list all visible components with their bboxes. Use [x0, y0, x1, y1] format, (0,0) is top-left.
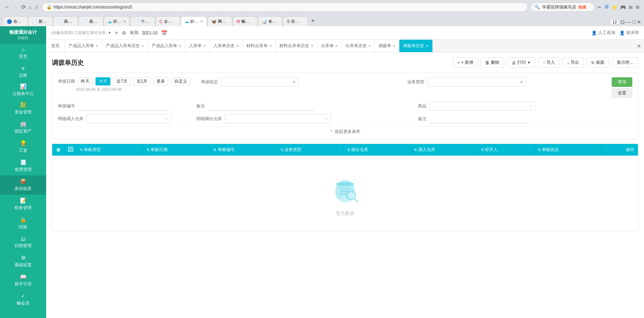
close-btn[interactable]: ✕ [637, 19, 641, 25]
maximize-btn[interactable]: □ [633, 19, 635, 25]
nav-favorite[interactable]: ☆ [34, 4, 39, 10]
nav-refresh[interactable]: ⟳ [21, 4, 26, 10]
page-tab-2[interactable]: 产成品入库单历史 ✕ [102, 40, 148, 52]
gear-header[interactable]: ⚙ [52, 144, 65, 156]
company-selector[interactable]: (勿删勿禁用) 江西服宝测试专用 ▼ [51, 30, 111, 35]
col-out-wh[interactable]: ⇅ 调出仓库 [343, 144, 410, 156]
close-tab-active[interactable]: ✕ [426, 44, 429, 48]
setting-btn[interactable]: 设置 [612, 88, 632, 98]
more-date-btn[interactable]: 更多 [153, 77, 168, 85]
sidebar-item-inventory[interactable]: 📦 库存核算 [0, 175, 46, 195]
goods-select[interactable]: ··· [429, 101, 536, 111]
browser-tab-1[interactable]: 🔵 在… [3, 16, 28, 26]
nav-back[interactable]: ← [4, 4, 10, 10]
close-tab-9[interactable]: ✕ [368, 44, 371, 48]
browser-tab-8[interactable]: 🦋 腾… [207, 16, 232, 26]
search-box[interactable]: 🔍 学霸应聘场驱鸟员 热搜 [531, 2, 595, 12]
status-select[interactable]: ▼ [221, 77, 299, 87]
remark-input[interactable] [208, 101, 314, 111]
page-tab-7[interactable]: 材料出库单历史 ✕ [276, 40, 317, 52]
calendar-icon[interactable]: 📅 [161, 30, 167, 36]
browser-tab-11[interactable]: S 目… [283, 16, 308, 26]
order-no-input[interactable] [78, 101, 170, 111]
browser-tab-2[interactable]: 📄 新… [28, 16, 53, 26]
browser-translate[interactable]: 译 [604, 4, 609, 10]
sidebar-logo[interactable]: 畅捷通好会计 旗舰版 [0, 26, 46, 44]
close-tab-8[interactable]: ✕ [335, 44, 338, 48]
add-company-btn[interactable]: + [115, 30, 118, 36]
close-tab-7[interactable]: ✕ [311, 44, 313, 48]
new-tab-button[interactable]: + [308, 17, 318, 25]
biz-type-select[interactable]: ▼ [427, 77, 526, 87]
close-tab-2[interactable]: ✕ [141, 44, 144, 48]
detail-out-select[interactable]: ··· [225, 114, 331, 123]
browser-grid[interactable]: ⊞ [629, 5, 633, 10]
browser-tab-5[interactable]: ☁ 好… ✕ [104, 16, 130, 26]
col-date[interactable]: ⇅ 单账日期 [143, 144, 209, 156]
7days-btn[interactable]: 近7天 [113, 77, 131, 85]
new-btn[interactable]: + + 新增 [453, 57, 478, 68]
browser-tab-9[interactable]: M 畅… [233, 16, 257, 26]
checkbox-header[interactable] [65, 144, 76, 156]
sidebar-item-assets[interactable]: 🏢 固定资产 [0, 118, 46, 137]
display-btn[interactable]: 显示明… [612, 57, 638, 68]
browser-tab-active[interactable]: ☁ 好… ✕ [181, 16, 207, 26]
tab-close-active[interactable]: ✕ [200, 19, 203, 23]
sidebar-item-ledger[interactable]: ≡ 总账 [0, 62, 46, 81]
import-btn[interactable]: ↑ 导入 [538, 57, 560, 68]
page-tab-1[interactable]: 产成品入库单 ✕ [65, 40, 102, 52]
page-tab-3[interactable]: 产成品入库单 ✕ [148, 40, 185, 52]
refresh-btn[interactable]: ↻ 刷新 [586, 57, 609, 68]
detail-in-select[interactable]: ··· [86, 114, 171, 123]
browser-settings[interactable]: ⚙ [635, 5, 640, 10]
col-in-wh[interactable]: ⇅ 调入仓库 [410, 144, 477, 156]
custom-date-btn[interactable]: 自定义 [171, 77, 190, 85]
page-tab-home[interactable]: 首页 [46, 40, 65, 52]
browser-scissors[interactable]: ✂ [597, 5, 601, 10]
col-handler[interactable]: ⇅ 经手人 [477, 144, 534, 156]
page-tab-6[interactable]: 材料出库单 ✕ [243, 40, 276, 52]
1month-btn[interactable]: 近1月 [133, 77, 151, 85]
sidebar-item-close[interactable]: 🔒 结账 [0, 214, 46, 233]
sidebar-item-settings[interactable]: ⚙ 基础设置 [0, 252, 46, 271]
col-biz-type[interactable]: ⇅ 业务类型 [277, 144, 343, 156]
page-tab-active[interactable]: 调拨单历史 ✕ [399, 40, 432, 52]
close-tab-4[interactable]: ✕ [203, 44, 206, 48]
browser-tab-7[interactable]: C 企… [155, 16, 180, 26]
close-tab-10[interactable]: ✕ [393, 44, 395, 48]
col-status[interactable]: ⇅ 单账状态 [534, 144, 601, 156]
sidebar-item-funds[interactable]: 💹 资金管理 [0, 99, 46, 118]
close-tab-6[interactable]: ✕ [269, 44, 272, 48]
collapse-btn[interactable]: ⌃ 收起更多条件 [330, 129, 360, 135]
today-btn[interactable]: 今天 [95, 77, 110, 85]
browser-star[interactable]: ⭐ [612, 5, 617, 10]
browser-tab-10[interactable]: 📊 各… [258, 16, 283, 26]
delete-btn[interactable]: 🗑 删除 [481, 57, 504, 68]
tab-manage[interactable]: ⊡ [621, 19, 625, 25]
browser-tab-6[interactable]: 📄 个… [130, 16, 155, 26]
page-tab-4[interactable]: 入库单 ✕ [185, 40, 210, 52]
browser-tab-3[interactable]: 📄 易… [53, 16, 78, 26]
export-btn[interactable]: ↓ 导出 [562, 57, 584, 68]
sidebar-item-archive[interactable]: 🗂 归档管理 [0, 233, 46, 252]
sidebar-item-guide[interactable]: 📖 新手引导 [0, 271, 46, 290]
yesterday-btn[interactable]: 昨天 [78, 77, 93, 85]
page-tab-8[interactable]: 出库单 ✕ [317, 40, 342, 52]
sidebar-item-invoice[interactable]: 🧾 发票管理 [0, 156, 46, 175]
page-tab-5[interactable]: 入库单历史 ✕ [210, 40, 243, 52]
col-type[interactable]: ⇅ 单账类型 [76, 144, 143, 156]
nav-forward[interactable]: → [13, 4, 18, 10]
gear-icon[interactable]: ⚙ [56, 147, 61, 153]
sidebar-item-wages[interactable]: 👷 工资 [0, 137, 46, 156]
close-tab-1[interactable]: ✕ [95, 44, 98, 48]
close-tab-5[interactable]: ✕ [236, 44, 239, 48]
browser-tab-4[interactable]: 📄 易… [78, 16, 103, 26]
sidebar-item-member[interactable]: ✓ 畅会员 [0, 290, 46, 309]
tab-close-5[interactable]: ✕ [123, 19, 126, 23]
print-btn[interactable]: 🖨 打印 ▼ [507, 57, 535, 68]
checkbox-icon[interactable] [68, 147, 73, 152]
sidebar-item-reports[interactable]: 📊 云报表中心 [0, 81, 46, 99]
consult-btn[interactable]: 👤 人工咨询 [591, 30, 615, 36]
close-tab-3[interactable]: ✕ [179, 44, 181, 48]
page-tab-9[interactable]: 出库单历史 ✕ [342, 40, 375, 52]
